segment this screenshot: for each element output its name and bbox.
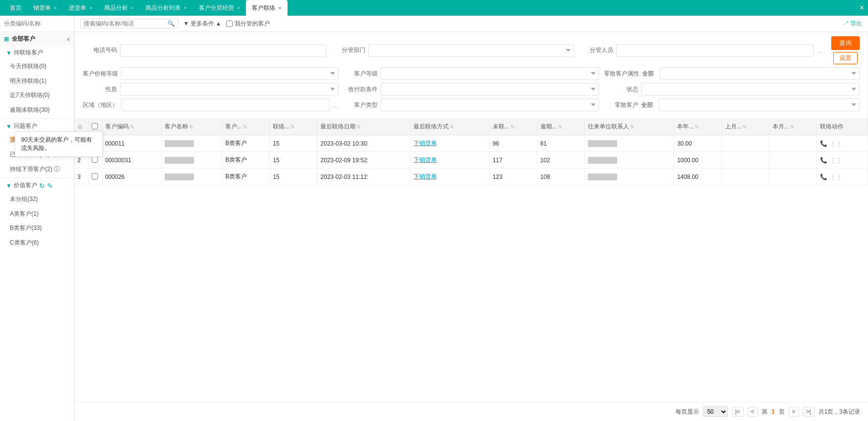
- sidebar-item-ungrouped[interactable]: 未分组(32): [0, 192, 74, 207]
- tab-close-sales-order[interactable]: ×: [54, 5, 57, 11]
- manager-input[interactable]: [616, 44, 814, 57]
- sort-name-icon[interactable]: ⇅: [189, 124, 193, 129]
- my-customers-checkbox[interactable]: [226, 21, 233, 27]
- search-input[interactable]: [84, 20, 168, 27]
- row-this-year: 1408.00: [674, 169, 722, 185]
- first-page-btn[interactable]: |<: [732, 407, 744, 417]
- sort-contact-count-icon[interactable]: ⇅: [290, 124, 294, 129]
- customer-type-select[interactable]: [381, 99, 599, 111]
- sort-code-icon[interactable]: ⇅: [130, 124, 134, 129]
- more-conditions-btn[interactable]: ▼ 更多条件 ▲: [183, 20, 221, 28]
- customer-level-select[interactable]: [381, 67, 599, 80]
- arrow-icon-value: ▼: [6, 182, 12, 189]
- sort-overdue-icon[interactable]: ⇅: [558, 124, 562, 129]
- action-more-icon[interactable]: ⋮⋮: [830, 173, 842, 180]
- sidebar-group-value[interactable]: ▼ 价值客户 ↻ ✎: [0, 179, 74, 192]
- row-this-month: [769, 135, 817, 152]
- tab-customer-layering[interactable]: 客户分层经营 ×: [193, 0, 246, 16]
- search-icon-orange: 🔍: [168, 20, 175, 27]
- tab-sales-order[interactable]: 销货单 ×: [27, 0, 63, 16]
- last-method-link[interactable]: 下销货单: [413, 173, 437, 180]
- sidebar-item-today-pending[interactable]: 今天待联络(0): [0, 59, 74, 74]
- phone-input[interactable]: [120, 44, 326, 57]
- action-call-icon[interactable]: 📞: [820, 140, 827, 147]
- row-checkbox-cell[interactable]: [88, 169, 102, 185]
- sort-last-month-icon[interactable]: ⇅: [743, 124, 747, 129]
- select-all-checkbox[interactable]: [92, 123, 98, 129]
- status-select[interactable]: [641, 83, 860, 96]
- tooltip-churn-risk: 90天未交易的客户，可能有流失风险。: [15, 131, 74, 157]
- sidebar-item-a-customers[interactable]: A类客户(1): [0, 207, 74, 222]
- phone-label: 电话号码: [83, 46, 117, 54]
- tab-customer-contact[interactable]: 客户联络 ×: [246, 0, 287, 16]
- tab-product-analysis[interactable]: 商品分析 ×: [98, 0, 140, 16]
- pagination-bar: 每页显示 50 100 200 |< < 第 1 页 > >| 共1页，3条记录: [74, 402, 868, 421]
- tab-product-analysis-list[interactable]: 商品分析列表 ×: [140, 0, 193, 16]
- gender-select[interactable]: [120, 83, 338, 96]
- row-unlisted: 117: [489, 152, 537, 169]
- last-method-link[interactable]: 下销货单: [413, 156, 437, 163]
- tab-purchase-order[interactable]: 进货单 ×: [63, 0, 98, 16]
- row-unlisted: 96: [489, 135, 537, 152]
- settings-button[interactable]: 设置: [833, 52, 858, 64]
- sidebar-search-input[interactable]: [4, 20, 74, 27]
- refresh-value-icon[interactable]: ↻: [39, 182, 45, 190]
- tab-close-purchase-order[interactable]: ×: [89, 5, 92, 11]
- sidebar-item-overdue-pending[interactable]: 逾期未联络(30): [0, 103, 74, 118]
- export-icon: ↗: [843, 20, 849, 27]
- payment-select[interactable]: [381, 83, 599, 96]
- window-close-icon[interactable]: ×: [860, 3, 864, 12]
- action-call-icon[interactable]: 📞: [820, 173, 827, 180]
- next-page-btn[interactable]: >: [789, 407, 799, 417]
- sidebar: 🔍 ⊞ 全部客户 « ▼ 待联络客户 今天待联络(0) 明天待联络(1) 近7天…: [0, 16, 74, 421]
- last-page-btn[interactable]: >|: [803, 407, 815, 417]
- column-settings-icon[interactable]: ⚙: [77, 124, 83, 130]
- main-layout: 🔍 ⊞ 全部客户 « ▼ 待联络客户 今天待联络(0) 明天待联络(1) 近7天…: [0, 16, 868, 421]
- sidebar-item-c-customers[interactable]: C类客户(6): [0, 236, 74, 250]
- per-page-select[interactable]: 50 100 200: [703, 406, 728, 417]
- query-button[interactable]: 查询: [831, 36, 860, 50]
- sidebar-group-pending[interactable]: ▼ 待联络客户: [0, 46, 74, 59]
- col-contact-person: 往来单位联系人⇅: [585, 119, 674, 135]
- sidebar-item-7day-pending[interactable]: 近7天待联络(0): [0, 88, 74, 103]
- region-more-icon[interactable]: …: [333, 101, 338, 108]
- sidebar-item-tomorrow-pending[interactable]: 明天待联络(1): [0, 74, 74, 89]
- sort-last-date-icon[interactable]: ⇅: [357, 124, 361, 129]
- zero-attr-select[interactable]: [660, 67, 860, 80]
- tab-close-product-analysis-list[interactable]: ×: [184, 5, 187, 11]
- per-page-label: 每页显示: [675, 408, 699, 416]
- price-level-select[interactable]: [121, 67, 338, 80]
- query-settings-group: 查询 设置: [831, 36, 860, 64]
- sort-type-icon[interactable]: ⇅: [243, 124, 247, 129]
- sidebar-item-declining-customers[interactable]: 持续下滑客户(2) ⓘ: [0, 162, 74, 177]
- export-btn[interactable]: ↗ 导出: [843, 20, 862, 28]
- total-info: 共1页，3条记录: [819, 408, 860, 416]
- action-call-icon[interactable]: 📞: [820, 157, 827, 164]
- region-input[interactable]: [121, 99, 330, 111]
- sort-unlisted-icon[interactable]: ⇅: [510, 124, 514, 129]
- table-header-row: ⚙ 客户编码⇅ 客户名称⇅ 客户...⇅ 联络...⇅ 最后联络日期⇅ 最后联络…: [74, 119, 868, 135]
- sort-contact-person-icon[interactable]: ⇅: [630, 124, 634, 129]
- action-more-icon[interactable]: ⋮⋮: [830, 140, 842, 147]
- edit-value-icon[interactable]: ✎: [47, 182, 53, 190]
- arrow-icon-problem: ▼: [6, 123, 12, 130]
- action-more-icon[interactable]: ⋮⋮: [830, 157, 842, 164]
- sort-last-method-icon[interactable]: ⇅: [450, 124, 454, 129]
- tab-home[interactable]: 首页: [4, 0, 27, 16]
- sidebar-all-customers[interactable]: ⊞ 全部客户 «: [0, 32, 74, 46]
- manager-more-icon[interactable]: …: [817, 47, 822, 54]
- tab-close-customer-contact[interactable]: ×: [278, 5, 281, 11]
- row-last-method: 下销货单: [410, 135, 489, 152]
- zero-customer-select[interactable]: [659, 99, 860, 111]
- sort-this-month-icon[interactable]: ⇅: [790, 124, 794, 129]
- tab-close-product-analysis[interactable]: ×: [131, 5, 134, 11]
- row-checkbox[interactable]: [92, 156, 98, 163]
- tab-close-customer-layering[interactable]: ×: [237, 5, 240, 11]
- row-checkbox[interactable]: [92, 173, 98, 179]
- department-select[interactable]: [368, 44, 575, 57]
- row-name: [161, 152, 222, 169]
- prev-page-btn[interactable]: <: [747, 407, 758, 417]
- sidebar-item-b-customers[interactable]: B类客户(33): [0, 221, 74, 236]
- sort-this-year-icon[interactable]: ⇅: [695, 124, 699, 129]
- last-method-link[interactable]: 下销货单: [413, 140, 437, 147]
